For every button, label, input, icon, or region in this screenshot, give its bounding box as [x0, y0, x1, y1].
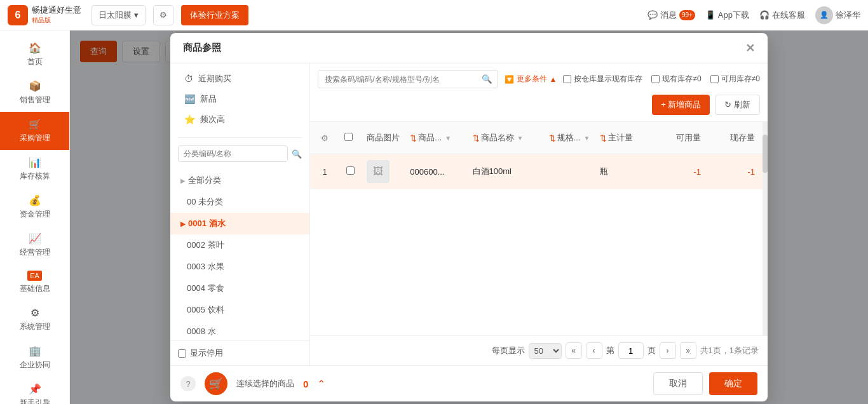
headset-icon: 🎧 — [759, 10, 770, 20]
user-area[interactable]: 👤 徐泽华 — [815, 6, 860, 24]
page-label: 第 — [606, 345, 614, 356]
show-disabled-label[interactable]: 显示停用 — [190, 347, 223, 359]
sidebar-item-guide[interactable]: 📌 新手引导 — [0, 377, 69, 404]
cart-icon: 🛒 — [209, 377, 223, 391]
cat-name-0008: 0008 水 — [187, 326, 216, 337]
filter-icon: 🔽 — [505, 75, 514, 84]
table-body: 1 🖼 — [310, 154, 768, 189]
sidebar-item-basic[interactable]: EA 基础信息 — [0, 264, 69, 300]
avatar: 👤 — [815, 6, 833, 24]
cat-item-0002[interactable]: 0002 茶叶 — [170, 234, 309, 256]
category-search-input[interactable] — [178, 145, 288, 162]
checkbox-usable-ne0-item[interactable]: 可用库存≠0 — [710, 74, 760, 84]
code-sort-icon: ▼ — [445, 135, 451, 142]
th-product-code[interactable]: ⇅ 商品... ▼ — [405, 122, 467, 154]
scrollbar-track[interactable] — [763, 122, 768, 335]
cat-item-all[interactable]: ▶ 全部分类 — [170, 170, 309, 191]
modal-toolbar-right: + 新增商品 ↻ 刷新 — [652, 95, 760, 115]
first-page-button[interactable]: « — [566, 342, 582, 359]
cancel-button[interactable]: 取消 — [653, 372, 703, 395]
product-search-button[interactable]: 🔍 — [477, 71, 498, 88]
sidebar-item-inventory[interactable]: 📊 库存核算 — [0, 150, 69, 188]
checkbox-usable-ne0[interactable] — [710, 75, 719, 83]
chevron-down-icon: ▾ — [134, 10, 139, 20]
sidebar-label-purchase: 采购管理 — [20, 133, 50, 144]
cat-item-0005[interactable]: 0005 饮料 — [170, 299, 309, 321]
nav-selector[interactable]: 日太阳膜 ▾ — [92, 5, 146, 25]
quick-nav-new[interactable]: 🆕 新品 — [178, 89, 302, 109]
th-name-sort-icon: ⇅ — [473, 133, 480, 143]
cart-button[interactable]: 🛒 — [205, 372, 227, 395]
settings-gear-btn[interactable]: ⚙ — [153, 5, 173, 25]
quick-nav-recent[interactable]: ⏱ 近期购买 — [178, 69, 302, 89]
row-usable: -1 — [645, 154, 706, 189]
cat-item-0003[interactable]: 0003 水果 — [170, 256, 309, 278]
more-filter-button[interactable]: 🔽 更多条件 ▲ — [505, 74, 557, 84]
row-code: 000600... — [405, 154, 467, 189]
sidebar-item-enterprise[interactable]: 🏢 企业协同 — [0, 339, 69, 377]
cat-item-uncategorized[interactable]: 00 未分类 — [170, 191, 309, 213]
sidebar-item-sales[interactable]: 📦 销售管理 — [0, 74, 69, 112]
page-size-select[interactable]: 50 10 20 100 — [529, 343, 562, 359]
row-img-cell: 🖼 — [362, 154, 405, 189]
th-product-name[interactable]: ⇅ 商品名称 ▼ — [468, 122, 544, 154]
next-page-button[interactable]: › — [660, 342, 676, 359]
quick-nav-frequent[interactable]: ⭐ 频次高 — [178, 109, 302, 130]
table-row[interactable]: 1 🖼 — [310, 154, 768, 189]
cat-item-0008[interactable]: 0008 水 — [170, 321, 309, 340]
try-solution-button[interactable]: 体验行业方案 — [181, 5, 248, 25]
collapse-cart-icon[interactable]: ⌃ — [317, 378, 325, 390]
checkbox-warehouse-item[interactable]: 按仓库显示现有库存 — [563, 74, 642, 84]
spec-sort-icon: ▼ — [583, 135, 590, 142]
modal-right-panel: 🔍 🔽 更多条件 ▲ 按仓库显示现有库存 — [310, 64, 768, 365]
top-nav: 6 畅捷通好生意 精品版 日太阳膜 ▾ ⚙ 体验行业方案 💬 消息 99+ 📱 … — [0, 0, 868, 30]
page-total-info: 共1页，1条记录 — [700, 345, 759, 356]
modal-toolbar: 🔍 🔽 更多条件 ▲ 按仓库显示现有库存 — [310, 64, 768, 122]
cat-item-0001[interactable]: ▶ 0001 酒水 — [170, 213, 309, 234]
scrollbar-thumb[interactable] — [763, 135, 768, 173]
cat-name-0003: 0003 水果 — [187, 261, 224, 273]
add-product-button[interactable]: + 新增商品 — [652, 95, 710, 115]
current-page-input[interactable] — [618, 342, 644, 359]
row-checkbox[interactable] — [346, 166, 355, 175]
modal-left-panel: ⏱ 近期购买 🆕 新品 ⭐ 频次高 — [170, 64, 310, 365]
message-nav-item[interactable]: 💬 消息 99+ — [648, 10, 695, 21]
finance-icon: 💰 — [29, 194, 41, 206]
row-unit: 瓶 — [595, 154, 645, 189]
modal-header: 商品参照 ✕ — [170, 33, 768, 64]
cart-label: 连续选择的商品 — [236, 378, 294, 389]
checkbox-warehouse[interactable] — [563, 75, 571, 83]
modal-title: 商品参照 — [183, 42, 221, 54]
confirm-button[interactable]: 确定 — [709, 372, 757, 395]
cat-name-00: 00 未分类 — [187, 196, 223, 208]
table-settings-icon[interactable]: ⚙ — [315, 128, 334, 147]
last-page-button[interactable]: » — [680, 342, 696, 359]
sidebar-item-purchase[interactable]: 🛒 采购管理 — [0, 112, 69, 150]
select-all-checkbox[interactable] — [344, 133, 353, 141]
guide-icon: 📌 — [29, 383, 41, 395]
checkbox-stock-ne0[interactable] — [651, 75, 660, 83]
sidebar-item-finance[interactable]: 💰 资金管理 — [0, 188, 69, 226]
sidebar-label-system: 系统管理 — [20, 321, 50, 332]
logo-sub: 精品版 — [32, 16, 81, 25]
sidebar-label-basic: 基础信息 — [20, 283, 50, 294]
sidebar-item-operations[interactable]: 📈 经营管理 — [0, 226, 69, 264]
online-service-nav-item[interactable]: 🎧 在线客服 — [759, 10, 805, 21]
category-search-icon[interactable]: 🔍 — [292, 149, 302, 159]
th-unit-sort-icon: ⇅ — [600, 133, 607, 143]
sidebar-label-operations: 经营管理 — [20, 247, 50, 258]
show-disabled-checkbox[interactable] — [178, 349, 186, 358]
prev-page-button[interactable]: ‹ — [586, 342, 602, 359]
refresh-modal-button[interactable]: ↻ 刷新 — [715, 95, 760, 115]
cat-item-0004[interactable]: 0004 零食 — [170, 278, 309, 299]
sidebar-label-finance: 资金管理 — [20, 209, 50, 220]
cat-arrow-0001: ▶ — [180, 220, 186, 227]
checkbox-stock-ne0-item[interactable]: 现有库存≠0 — [651, 74, 701, 84]
modal-close-button[interactable]: ✕ — [745, 43, 755, 54]
sidebar-item-home[interactable]: 🏠 首页 — [0, 36, 69, 74]
help-icon-button[interactable]: ? — [180, 376, 196, 391]
th-spec[interactable]: ⇅ 规格... ▼ — [544, 122, 595, 154]
sidebar-item-system[interactable]: ⚙ 系统管理 — [0, 300, 69, 339]
app-download-nav-item[interactable]: 📱 App下载 — [705, 10, 749, 21]
product-search-input[interactable] — [318, 71, 477, 88]
